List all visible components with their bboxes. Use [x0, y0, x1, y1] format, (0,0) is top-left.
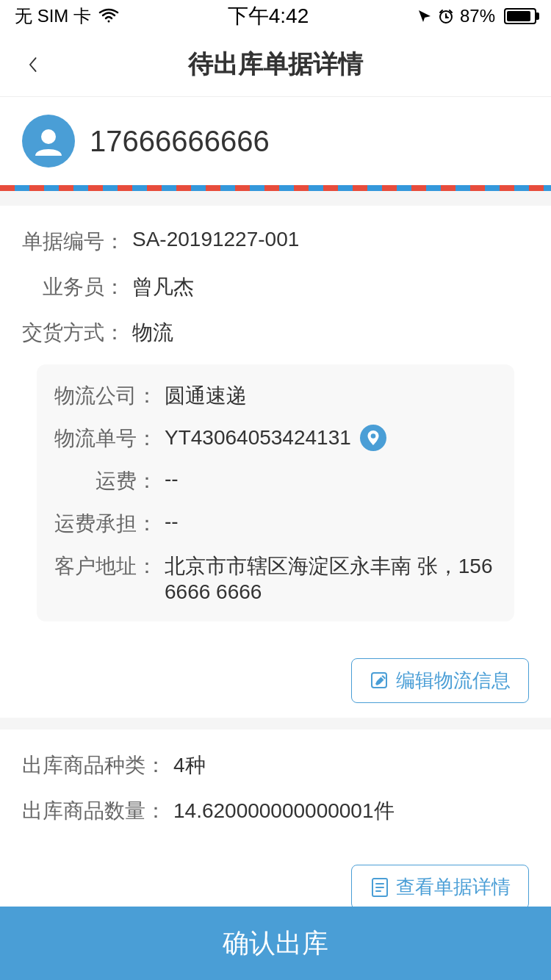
goods-types-value: 4种: [173, 752, 529, 779]
logistics-freight-value: --: [165, 467, 497, 491]
logistics-company-label: 物流公司：: [54, 382, 157, 410]
nav-bar: 待出库单据详情: [0, 32, 551, 97]
document-icon: [370, 877, 390, 898]
document-number-value: SA-20191227-001: [132, 228, 529, 251]
section-divider: [0, 718, 551, 729]
logistics-address-value: 北京市市辖区海淀区永丰南 张，156 6666 6666: [165, 552, 497, 604]
salesman-label: 业务员：: [22, 273, 125, 301]
goods-quantity-label: 出库商品数量：: [22, 797, 166, 825]
logistics-freight-bearer-label: 运费承担：: [54, 510, 157, 538]
tracking-location-icon[interactable]: [360, 425, 386, 451]
user-avatar-icon: [32, 125, 65, 157]
goods-quantity-row: 出库商品数量： 14.620000000000001件: [22, 797, 529, 825]
back-button[interactable]: [18, 48, 50, 81]
logistics-tracking-row: 物流单号： YT43064053424131: [54, 425, 497, 453]
edit-btn-wrapper: 编辑物流信息: [0, 644, 551, 718]
page-title: 待出库单据详情: [188, 48, 363, 82]
logistics-freight-bearer-value: --: [165, 510, 497, 533]
logistics-freight-row: 运费： --: [54, 467, 497, 495]
wifi-icon: [98, 8, 119, 24]
battery-icon: [504, 8, 536, 24]
logistics-freight-bearer-row: 运费承担： --: [54, 510, 497, 538]
status-bar: 无 SIM 卡 下午4:42 87%: [0, 0, 551, 32]
battery-percentage: 87%: [460, 6, 495, 26]
logistics-tracking-value: YT43064053424131: [165, 425, 497, 451]
logistics-address-row: 客户地址： 北京市市辖区海淀区永丰南 张，156 6666 6666: [54, 552, 497, 604]
status-left: 无 SIM 卡: [15, 4, 119, 28]
avatar: [22, 115, 75, 167]
edit-logistics-button[interactable]: 编辑物流信息: [351, 658, 529, 703]
logistics-tracking-label: 物流单号：: [54, 425, 157, 453]
goods-types-label: 出库商品种类：: [22, 752, 166, 779]
confirm-btn-label: 确认出库: [223, 926, 328, 962]
goods-section: 出库商品种类： 4种 出库商品数量： 14.620000000000001件: [0, 729, 551, 850]
status-time: 下午4:42: [228, 2, 309, 30]
svg-point-2: [370, 433, 375, 439]
view-details-button[interactable]: 查看单据详情: [351, 865, 529, 909]
logistics-company-value: 圆通速递: [165, 382, 497, 410]
goods-types-row: 出库商品种类： 4种: [22, 752, 529, 779]
document-info-section: 单据编号： SA-20191227-001 业务员： 曾凡杰 交货方式： 物流 …: [0, 206, 551, 644]
status-right: 87%: [417, 6, 536, 26]
view-btn-label: 查看单据详情: [396, 874, 511, 900]
dashed-divider: [0, 185, 551, 191]
logistics-address-label: 客户地址：: [54, 552, 157, 580]
svg-point-1: [41, 129, 56, 144]
user-phone: 17666666666: [90, 125, 270, 158]
document-number-row: 单据编号： SA-20191227-001: [22, 228, 529, 256]
edit-icon: [370, 671, 390, 691]
delivery-method-label: 交货方式：: [22, 319, 125, 347]
carrier-text: 无 SIM 卡: [15, 4, 91, 28]
location-arrow-icon: [417, 9, 432, 24]
goods-quantity-value: 14.620000000000001件: [173, 797, 529, 825]
delivery-method-value: 物流: [132, 319, 529, 347]
salesman-row: 业务员： 曾凡杰: [22, 273, 529, 301]
delivery-method-row: 交货方式： 物流: [22, 319, 529, 347]
edit-btn-label: 编辑物流信息: [396, 668, 511, 693]
salesman-value: 曾凡杰: [132, 273, 529, 301]
logistics-freight-label: 运费：: [54, 467, 157, 495]
alarm-icon: [438, 8, 454, 24]
logistics-company-row: 物流公司： 圆通速递: [54, 382, 497, 410]
document-number-label: 单据编号：: [22, 228, 125, 256]
confirm-button-bar[interactable]: 确认出库: [0, 907, 551, 980]
logistics-card: 物流公司： 圆通速递 物流单号： YT43064053424131 运费：: [37, 364, 514, 621]
user-header: 17666666666: [0, 97, 551, 185]
